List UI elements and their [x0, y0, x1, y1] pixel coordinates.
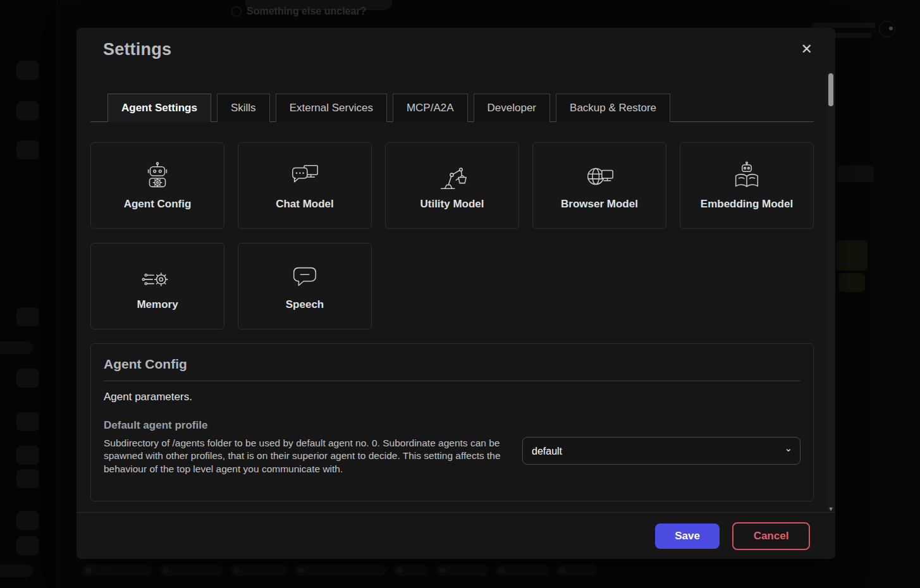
- tab-backup-restore[interactable]: Backup & Restore: [556, 94, 670, 122]
- nav-card-memory[interactable]: Memory: [90, 243, 224, 329]
- scrollbar-down-arrow-icon[interactable]: ▼: [827, 506, 835, 512]
- tab-external-services[interactable]: External Services: [276, 94, 387, 122]
- nav-card-utility-model[interactable]: Utility Model: [385, 142, 519, 229]
- modal-footer: Save Cancel: [77, 512, 835, 559]
- agent-profile-select[interactable]: default: [522, 437, 800, 465]
- nav-card-label: Embedding Model: [701, 198, 793, 211]
- agent-config-robot-icon: [138, 161, 177, 193]
- tab-mcp-a2a[interactable]: MCP/A2A: [393, 94, 468, 122]
- section-intro: Agent parameters.: [104, 391, 800, 403]
- section-divider: [104, 381, 800, 381]
- nav-card-speech[interactable]: Speech: [238, 243, 372, 329]
- nav-card-browser-model[interactable]: Browser Model: [532, 142, 666, 229]
- modal-title: Settings: [103, 40, 171, 59]
- agent-profile-select-wrap: default ⌄: [522, 437, 800, 465]
- nav-card-label: Chat Model: [276, 198, 334, 211]
- scrollbar-thumb[interactable]: [828, 73, 833, 106]
- tab-agent-settings[interactable]: Agent Settings: [107, 94, 211, 122]
- nav-card-agent-config[interactable]: Agent Config: [90, 142, 224, 229]
- utility-model-arm-icon: [432, 161, 472, 193]
- nav-card-label: Memory: [137, 298, 178, 311]
- modal-scrollbar[interactable]: ▼: [827, 71, 835, 512]
- modal-header: Settings ✕: [77, 28, 835, 71]
- tab-bar: Agent Settings Skills External Services …: [90, 94, 814, 122]
- memory-gear-icon: [138, 262, 177, 293]
- nav-card-chat-model[interactable]: Chat Model: [238, 142, 372, 229]
- tab-developer[interactable]: Developer: [474, 94, 551, 122]
- chat-model-icon: [285, 161, 324, 193]
- field-row: Subdirectory of /agents folder to be use…: [104, 437, 800, 475]
- field-label-default-agent-profile: Default agent profile: [104, 419, 800, 432]
- settings-modal: Settings ✕ Agent Settings Skills Externa…: [77, 28, 835, 559]
- modal-body: Agent Settings Skills External Services …: [77, 71, 835, 512]
- close-icon[interactable]: ✕: [797, 39, 816, 60]
- agent-config-section: Agent Config Agent parameters. Default a…: [90, 343, 814, 501]
- cancel-button[interactable]: Cancel: [732, 522, 810, 550]
- nav-card-label: Browser Model: [561, 198, 638, 211]
- settings-nav-grid: Agent Config: [90, 142, 814, 329]
- nav-card-embedding-model[interactable]: Embedding Model: [680, 142, 814, 229]
- nav-card-label: Speech: [286, 298, 324, 311]
- save-button[interactable]: Save: [655, 524, 720, 549]
- field-description: Subdirectory of /agents folder to be use…: [104, 437, 513, 475]
- application-window: Something else unclear? Settings ✕ Agent…: [0, 0, 920, 588]
- section-title: Agent Config: [104, 357, 800, 372]
- nav-card-label: Utility Model: [420, 198, 484, 211]
- speech-bubble-icon: [285, 262, 324, 293]
- tab-skills[interactable]: Skills: [217, 94, 270, 122]
- embedding-model-book-icon: [727, 161, 766, 193]
- browser-model-globe-icon: [580, 161, 619, 193]
- nav-card-label: Agent Config: [124, 198, 192, 211]
